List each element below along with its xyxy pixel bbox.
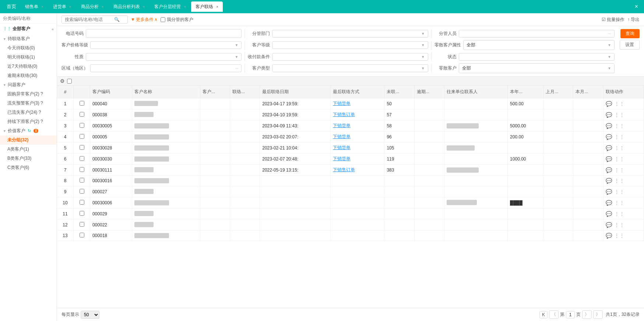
contact-icon[interactable]: 💬	[606, 101, 612, 107]
col-last-date[interactable]: 最后联络日期	[260, 86, 331, 98]
more-actions-icon[interactable]: ⋮⋮	[614, 189, 624, 195]
customer-tier-select[interactable]: ▼	[272, 41, 428, 49]
cell-checkbox[interactable]	[74, 219, 90, 230]
nav-tab-customer-tier[interactable]: 客户分层经营 ×	[150, 1, 190, 12]
refresh-icon[interactable]: ↻	[28, 128, 31, 133]
nature-select[interactable]: ▼	[86, 53, 242, 61]
sidebar-item-churn-risk[interactable]: 流失预警客户(3) ?	[0, 99, 57, 108]
close-analysis-icon[interactable]: ×	[102, 5, 104, 9]
status-select[interactable]: ▼	[459, 53, 615, 61]
cust-type-select[interactable]: ▼	[272, 64, 428, 72]
select-all-checkbox[interactable]	[67, 79, 72, 84]
more-actions-icon[interactable]: ⋮⋮	[614, 112, 624, 118]
last-page-button[interactable]: 〉	[593, 310, 603, 319]
more-actions-icon[interactable]: ⋮⋮	[614, 222, 624, 228]
col-unit-contact[interactable]: 往来单位联系人	[444, 86, 508, 98]
more-actions-icon[interactable]: ⋮⋮	[614, 123, 624, 129]
reset-button[interactable]: 设置	[620, 40, 640, 50]
contact-icon[interactable]: 💬	[606, 156, 612, 162]
cell-checkbox[interactable]	[74, 197, 90, 208]
cell-last-method[interactable]	[330, 208, 384, 219]
more-actions-icon[interactable]: ⋮⋮	[614, 156, 624, 162]
contact-icon[interactable]: 💬	[606, 112, 612, 118]
cell-checkbox[interactable]	[74, 208, 90, 219]
contact-icon[interactable]: 💬	[606, 222, 612, 228]
dept-select[interactable]: ▼	[272, 30, 428, 38]
next-page-button[interactable]: 〉	[582, 310, 592, 319]
cell-checkbox[interactable]	[74, 109, 90, 120]
sidebar-item-a-class[interactable]: A类客户(1)	[0, 145, 57, 154]
close-customer-contact-icon[interactable]: ×	[216, 5, 218, 9]
cell-last-method[interactable]: 下销货单	[330, 142, 384, 154]
first-page-button[interactable]: K	[539, 311, 548, 318]
nav-tab-purchase[interactable]: 进货单 ×	[49, 1, 76, 12]
cell-checkbox[interactable]	[74, 154, 90, 165]
contact-icon[interactable]: 💬	[606, 189, 612, 195]
sidebar-item-ungroup[interactable]: 未分组(32)	[0, 135, 57, 145]
col-last-method[interactable]: 最后联络方式	[330, 86, 384, 98]
nav-tab-analysis-list[interactable]: 商品分析列表 ×	[109, 1, 149, 12]
close-analysis-list-icon[interactable]: ×	[143, 5, 145, 9]
nav-home[interactable]: 首页	[3, 3, 20, 10]
gear-icon[interactable]: ⚙	[60, 78, 65, 84]
main-search-input[interactable]	[65, 17, 113, 22]
col-last-month[interactable]: 上月...	[543, 86, 573, 98]
col-name[interactable]: 客户名称	[132, 86, 200, 98]
manager-select[interactable]: ···	[459, 30, 615, 38]
more-actions-icon[interactable]: ⋮⋮	[614, 145, 624, 151]
contact-icon[interactable]: 💬	[606, 233, 612, 239]
my-customers-checkbox[interactable]	[161, 17, 165, 22]
sidebar-item-today[interactable]: 今天待联络(0)	[0, 43, 57, 53]
more-actions-icon[interactable]: ⋮⋮	[614, 200, 624, 206]
col-this-month[interactable]: 本月...	[573, 86, 603, 98]
sidebar-item-lost[interactable]: 已流失客户(24) ?	[0, 108, 57, 117]
col-contact[interactable]: 联络...	[230, 86, 260, 98]
sidebar-item-week[interactable]: 近7天待联络(0)	[0, 62, 57, 71]
more-actions-icon[interactable]: ⋮⋮	[614, 101, 624, 107]
more-actions-icon[interactable]: ⋮⋮	[614, 178, 624, 184]
cell-last-method[interactable]: 下销货单	[330, 131, 384, 142]
nav-tab-sales[interactable]: 销售单 ×	[21, 1, 48, 12]
sidebar-item-abnormal[interactable]: 固购异常客户(2) ?	[0, 89, 57, 99]
cell-last-method[interactable]	[330, 186, 384, 197]
cell-checkbox[interactable]	[74, 186, 90, 197]
scatter-attr-select[interactable]: 全部 ▼	[463, 40, 615, 50]
col-this-year[interactable]: 本年...	[508, 86, 543, 98]
per-page-select[interactable]: 50 20 100	[81, 311, 99, 319]
col-type[interactable]: 客户...	[200, 86, 230, 98]
sidebar-item-c-class[interactable]: C类客户(6)	[0, 163, 57, 172]
contact-icon[interactable]: 💬	[606, 134, 612, 140]
contact-icon[interactable]: 💬	[606, 167, 612, 173]
sidebar-group-value[interactable]: ▼ 价值客户 ↻ 8	[0, 126, 57, 135]
collapse-icon[interactable]: «	[52, 27, 54, 31]
more-actions-icon[interactable]: ⋮⋮	[614, 167, 624, 173]
cell-last-method[interactable]	[330, 219, 384, 230]
close-sales-icon[interactable]: ×	[41, 5, 43, 9]
sidebar-item-overdue[interactable]: 逾期未联络(30)	[0, 71, 57, 80]
cell-last-method[interactable]	[330, 197, 384, 208]
cell-checkbox[interactable]	[74, 120, 90, 131]
prev-page-button[interactable]: 〈	[549, 310, 559, 319]
sidebar-group-pending[interactable]: ▼ 待联络客户	[0, 34, 57, 43]
cell-last-method[interactable]: 下销货单	[330, 120, 384, 131]
cell-checkbox[interactable]	[74, 165, 90, 176]
nav-tab-analysis[interactable]: 商品分析 ×	[77, 1, 108, 12]
sidebar-item-b-class[interactable]: B类客户(33)	[0, 154, 57, 163]
my-customers-checkbox-label[interactable]: 我分管的客户	[161, 17, 193, 23]
more-actions-icon[interactable]: ⋮⋮	[614, 134, 624, 140]
cell-checkbox[interactable]	[74, 131, 90, 142]
export-button[interactable]: ↑ 导出	[627, 17, 640, 23]
cell-last-method[interactable]	[330, 230, 384, 241]
cell-last-method[interactable]	[330, 176, 384, 186]
more-actions-icon[interactable]: ⋮⋮	[614, 211, 624, 217]
contact-icon[interactable]: 💬	[606, 200, 612, 206]
sidebar-item-tomorrow[interactable]: 明天待联络(1)	[0, 53, 57, 62]
payment-select[interactable]: ▼	[272, 53, 428, 61]
cell-checkbox[interactable]	[74, 176, 90, 186]
page-number[interactable]: 1	[566, 311, 575, 318]
contact-icon[interactable]: 💬	[606, 211, 612, 217]
col-overdue[interactable]: 逾期...	[414, 86, 444, 98]
close-customer-tier-icon[interactable]: ×	[184, 5, 186, 9]
phone-input[interactable]	[86, 29, 242, 38]
col-code[interactable]: 客户编码	[90, 86, 132, 98]
